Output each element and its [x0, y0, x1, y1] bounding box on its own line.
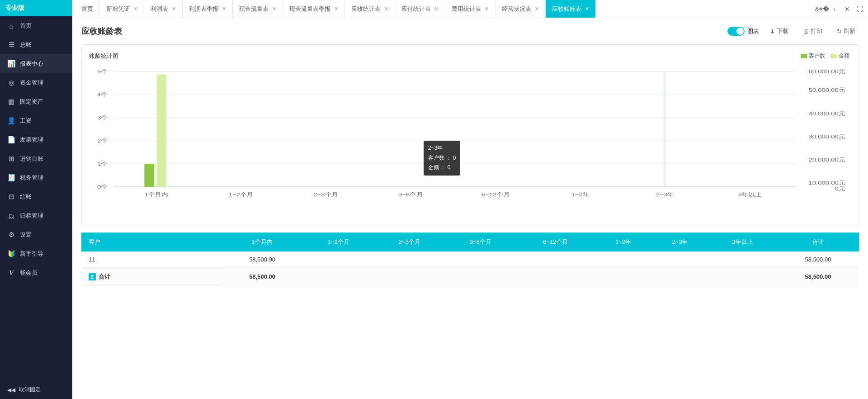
tab-close-cashflow-quarter[interactable]: ✕ [334, 6, 338, 12]
cell-1m: 58,500.00 [222, 252, 303, 268]
total-total: 58,500.00 [777, 268, 859, 286]
sidebar-item-member[interactable]: V 畅会员 [0, 263, 72, 282]
sidebar-item-label: 进销台账 [20, 155, 43, 163]
print-button[interactable]: 🖨 打印 [799, 25, 826, 37]
tab-cashflow-quarter[interactable]: 现金流量表季报 ✕ [283, 0, 345, 18]
col-header-3y: 3年以上 [708, 233, 777, 252]
svg-text:50,000.00元: 50,000.00元 [808, 87, 845, 93]
tab-close-profit-quarter[interactable]: ✕ [222, 6, 226, 12]
tab-close-receivable-stats[interactable]: ✕ [384, 6, 388, 12]
sidebar-item-tax[interactable]: 🧾 税务管理 [0, 168, 72, 187]
chart-toggle[interactable] [727, 27, 745, 36]
guide-icon: 🔰 [7, 250, 15, 258]
chart-legend: 客户数 金额 [801, 52, 849, 60]
svg-text:1~2个月: 1~2个月 [229, 192, 253, 198]
svg-text:4个: 4个 [97, 92, 108, 98]
table-header-row: 客户 1个月内 1~2个月 2~3个月 3~6个月 6~12个月 1~2年 2~… [81, 233, 859, 252]
sidebar-item-archive[interactable]: 🗂 归档管理 [0, 206, 72, 225]
bar-customer-0 [144, 164, 154, 187]
svg-text:30,000.00元: 30,000.00元 [808, 133, 845, 139]
total-23y [651, 268, 708, 286]
col-header-612m: 6~12个月 [516, 233, 595, 252]
sidebar-item-guide[interactable]: 🔰 新手引导 [0, 244, 72, 263]
total-1m: 58,500.00 [222, 268, 303, 286]
total-612m [516, 268, 595, 286]
salary-icon: 👤 [7, 117, 15, 125]
sidebar-item-closing[interactable]: ⊟ 结账 [0, 187, 72, 206]
sidebar-item-home[interactable]: ⌂ 首页 [0, 16, 72, 35]
tab-scroll-right[interactable]: › [829, 4, 840, 14]
table-total-row: Σ 合计 58,500.00 58,500.00 [81, 268, 859, 286]
invoice-icon: 📄 [7, 136, 15, 144]
tab-cashflow[interactable]: 现金流量表 ✕ [233, 0, 283, 18]
cell-36m [445, 252, 516, 268]
tab-receivable-stats[interactable]: 应收统计表 ✕ [345, 0, 395, 18]
svg-text:2个: 2个 [97, 138, 108, 144]
sidebar-item-invoice[interactable]: 📄 发票管理 [0, 130, 72, 149]
ledger-icon: ☰ [7, 41, 15, 49]
tab-payable-stats[interactable]: 应付统计表 ✕ [395, 0, 445, 18]
svg-text:6~12个月: 6~12个月 [481, 192, 509, 198]
total-36m [445, 268, 516, 286]
total-12y [595, 268, 651, 286]
tab-close-business-stats[interactable]: ✕ [535, 6, 539, 12]
cell-612m [516, 252, 595, 268]
legend-amount-color [830, 54, 837, 58]
sidebar-item-label: 工资 [20, 117, 32, 125]
tab-close-all[interactable]: ✕ [842, 4, 853, 14]
download-icon: ⬇ [770, 28, 775, 35]
cell-23m [374, 252, 445, 268]
total-12m [303, 268, 374, 286]
col-header-customer: 客户 [81, 233, 222, 252]
download-button[interactable]: ⬇ 下载 [766, 25, 792, 37]
sidebar-item-settings[interactable]: ⚙ 设置 [0, 225, 72, 244]
tax-icon: 🧾 [7, 174, 15, 182]
svg-text:3个: 3个 [97, 115, 108, 121]
tab-aging[interactable]: 应收账龄表 ✕ [546, 0, 596, 18]
sidebar-item-label: 固定资产 [20, 98, 43, 106]
sidebar-item-ledger[interactable]: ☰ 总账 [0, 35, 72, 54]
svg-text:40,000.00元: 40,000.00元 [808, 110, 845, 116]
sidebar-item-label: 首页 [20, 22, 32, 30]
tab-scroll-left[interactable]: &#� [816, 4, 827, 14]
tab-close-payable-stats[interactable]: ✕ [434, 6, 439, 12]
legend-customer: 客户数 [801, 52, 825, 60]
svg-text:2~3个月: 2~3个月 [313, 192, 338, 198]
refresh-icon: ↻ [837, 28, 842, 35]
svg-text:20,000.00元: 20,000.00元 [808, 157, 845, 162]
bar-amount-0 [157, 74, 167, 187]
tab-expense-stats[interactable]: 费用统计表 ✕ [445, 0, 495, 18]
tab-close-expense-stats[interactable]: ✕ [485, 6, 489, 12]
tab-close-cashflow[interactable]: ✕ [272, 6, 276, 12]
cell-total: 58,500.00 [777, 252, 859, 268]
tab-bar: 首页 新增凭证 ✕ 利润表 ✕ 利润表季报 ✕ 现金流量表 ✕ 现金流量表季报 … [72, 0, 868, 18]
app-logo: 专业版 [0, 0, 72, 16]
svg-text:10,000.00元: 10,000.00元 [808, 180, 845, 185]
reports-icon: 📊 [7, 60, 15, 68]
table-row: 11 58,500.00 58,500.00 [81, 252, 859, 268]
settings-icon: ⚙ [7, 231, 15, 239]
sidebar-item-label: 税务管理 [20, 174, 43, 182]
tab-profit[interactable]: 利润表 ✕ [144, 0, 183, 18]
tab-home[interactable]: 首页 [75, 0, 100, 18]
tab-maximize[interactable]: ⛶ [854, 4, 865, 14]
sidebar: 专业版 ⌂ 首页 ☰ 总账 📊 报表中心 ◎ 资金管理 ▦ 固定资产 👤 工资 … [0, 0, 72, 399]
col-header-total: 合计 [777, 233, 859, 252]
tab-business-stats[interactable]: 经营状况表 ✕ [495, 0, 546, 18]
sidebar-item-assets[interactable]: ▦ 固定资产 [0, 92, 72, 111]
page-title: 应收账龄表 [81, 26, 122, 37]
sidebar-item-reports[interactable]: 📊 报表中心 [0, 54, 72, 73]
cell-3y [708, 252, 777, 268]
svg-text:2~3年: 2~3年 [656, 192, 674, 198]
tab-voucher[interactable]: 新增凭证 ✕ [100, 0, 144, 18]
sidebar-item-funds[interactable]: ◎ 资金管理 [0, 73, 72, 92]
tab-close-aging[interactable]: ✕ [585, 6, 589, 12]
sidebar-unpin[interactable]: ◀◀ 取消固定 [0, 380, 72, 399]
sidebar-item-inventory[interactable]: ⊞ 进销台账 [0, 149, 72, 168]
col-header-12y: 1~2年 [595, 233, 651, 252]
tab-close-voucher[interactable]: ✕ [133, 6, 137, 12]
tab-close-profit[interactable]: ✕ [172, 6, 176, 12]
sidebar-item-salary[interactable]: 👤 工资 [0, 111, 72, 130]
refresh-button[interactable]: ↻ 刷新 [833, 25, 859, 37]
tab-profit-quarter[interactable]: 利润表季报 ✕ [183, 0, 233, 18]
